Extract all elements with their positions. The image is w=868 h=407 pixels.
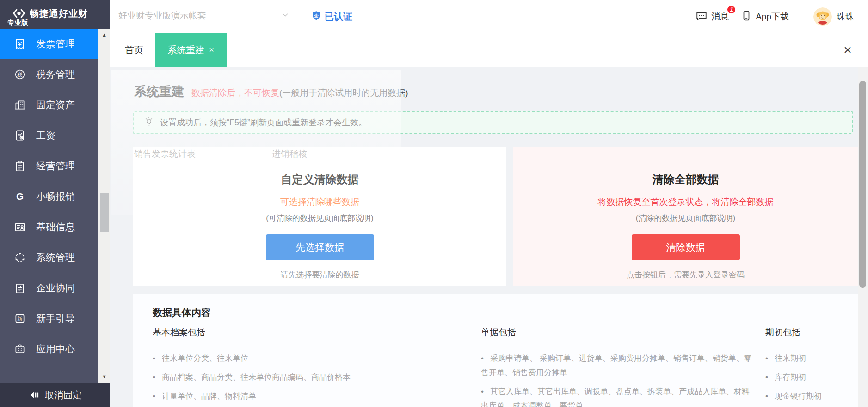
account-selector[interactable]: 好业财专业版演示帐套 [118, 2, 290, 30]
reimburse-icon: G [14, 191, 26, 203]
clear-all-card: 清除全部数据 将数据恢复至首次登录状态，将清除全部数据 (清除的数据见页面底部说… [513, 147, 858, 286]
sidebar-nav: 发票管理 税 税务管理 固定资产 [0, 29, 110, 364]
list-item: 商品档案、商品分类、往来单位商品编码、商品价格本 [153, 370, 467, 384]
messages-label: 消息 [711, 11, 729, 23]
shield-icon: 企 [311, 10, 322, 24]
chevron-down-icon [280, 10, 290, 22]
custom-clear-subtitle: 可选择清除哪些数据 [133, 196, 506, 208]
account-selector-value: 好业财专业版演示帐套 [118, 10, 206, 22]
tab-strip: 首页 系统重建 × × [110, 33, 868, 67]
sidebar: 畅捷通好业财 专业版 发票管理 税 税务管理 [0, 0, 110, 407]
sidebar-item-label: 发票管理 [36, 37, 75, 50]
tab-home[interactable]: 首页 [110, 33, 158, 67]
unpin-button[interactable]: 取消固定 [0, 383, 110, 407]
sidebar-item-label: 新手引导 [36, 312, 75, 325]
select-data-button[interactable]: 先选择数据 [266, 234, 374, 260]
column-heading: 期初包括 [765, 327, 846, 339]
sidebar-item-label: 企业协同 [36, 282, 75, 295]
sidebar-item-basic-info[interactable]: 基础信息 [0, 212, 110, 242]
svg-text:企: 企 [314, 13, 319, 18]
phone-icon [741, 10, 752, 24]
brand-edition: 专业版 [7, 18, 28, 27]
sidebar-item-tax[interactable]: 税 税务管理 [0, 59, 110, 90]
app-download-label: App下载 [756, 11, 789, 23]
app-center-icon [14, 343, 26, 355]
tax-icon: 税 [14, 68, 26, 80]
tab-label: 系统重建 [167, 44, 204, 56]
sidebar-item-invoice[interactable]: 发票管理 [0, 29, 99, 59]
column-heading: 基本档案包括 [153, 327, 467, 339]
svg-text:G: G [16, 191, 24, 202]
sidebar-item-label: 系统管理 [36, 251, 75, 264]
username: 珠珠 [837, 11, 854, 23]
list-item: 现金银行期初 [765, 389, 846, 403]
unpin-label: 取消固定 [45, 389, 82, 401]
lightbulb-icon [143, 116, 154, 130]
data-details-card: 数据具体内容 基本档案包括 往来单位分类、往来单位 商品档案、商品分类、往来单位… [133, 294, 858, 407]
details-column-archives: 基本档案包括 往来单位分类、往来单位 商品档案、商品分类、往来单位商品编码、商品… [153, 327, 467, 407]
tab-system-rebuild[interactable]: 系统重建 × [155, 33, 227, 67]
avatar [813, 7, 832, 26]
verified-badge: 企 已认证 [311, 0, 352, 33]
brand-name: 畅捷通好业财 [30, 7, 88, 20]
list-item: 往来期初 [765, 351, 846, 365]
topbar-actions: 消息 1 App下载 [696, 0, 854, 33]
sidebar-item-system[interactable]: 系统管理 [0, 242, 110, 273]
operations-icon [14, 160, 26, 172]
collaboration-icon [14, 282, 26, 294]
sidebar-item-operations[interactable]: 经营管理 [0, 151, 110, 181]
scroll-down-icon[interactable]: ▼ [98, 374, 110, 379]
sidebar-item-label: 基础信息 [36, 221, 75, 234]
sidebar-item-fixed-assets[interactable]: 固定资产 [0, 90, 110, 120]
notice-banner: 设置成功后，须按“F5键”刷新页面或重新登录才会生效。 [133, 111, 853, 134]
basic-info-icon [14, 221, 26, 233]
details-column-opening: 期初包括 往来期初 库存期初 现金银行期初 科目期初 [765, 327, 846, 407]
list-item: 计量单位、品牌、物料清单 [153, 389, 467, 403]
app-window: 畅捷通好业财 专业版 发票管理 税 税务管理 [0, 0, 868, 407]
custom-clear-note: (可清除的数据见页面底部说明) [133, 213, 506, 223]
sidebar-item-collaboration[interactable]: 企业协同 [0, 273, 110, 303]
salary-icon [14, 130, 26, 142]
content-scrollbar-thumb[interactable] [859, 81, 866, 288]
verified-label: 已认证 [325, 11, 352, 23]
content-scrollbar[interactable] [858, 67, 868, 407]
topbar: 好业财专业版演示帐套 企 已认证 消息 1 [110, 0, 868, 33]
clear-all-caption: 点击按钮后，需要先录入登录密码 [513, 270, 858, 280]
notice-text: 设置成功后，须按“F5键”刷新页面或重新登录才会生效。 [160, 117, 367, 128]
user-menu[interactable]: 珠珠 [813, 7, 854, 26]
list-item: 其它入库单、其它出库单、调拨单、盘点单、拆装单、产成品入库单、材料出库单、成本调… [481, 384, 754, 407]
newbie-guide-icon: 新 [14, 313, 26, 325]
warning-note: (一般用于清除试用时的无用数据) [279, 87, 408, 99]
list-item: 往来单位分类、往来单位 [153, 351, 467, 365]
sidebar-scrollbar-thumb[interactable] [100, 193, 109, 232]
sidebar-item-label: 工资 [36, 129, 55, 142]
brand-header: 畅捷通好业财 专业版 [0, 0, 110, 29]
unpin-icon [28, 389, 40, 401]
clear-all-title: 清除全部数据 [513, 172, 858, 187]
chat-bubble-icon [696, 10, 708, 24]
svg-text:新: 新 [18, 316, 23, 321]
clear-data-button[interactable]: 清除数据 [632, 234, 740, 260]
sidebar-item-newbie-guide[interactable]: 新 新手引导 [0, 303, 110, 334]
list-item: 库存期初 [765, 370, 846, 384]
sidebar-item-reimburse[interactable]: G 小畅报销 [0, 181, 110, 212]
warning-text: 数据清除后，不可恢复 [191, 87, 279, 99]
scroll-up-icon[interactable]: ▲ [98, 32, 110, 37]
details-column-documents: 单据包括 采购申请单、 采购订单、进货单、采购费用分摊单、销售订单、销货单、零售… [481, 327, 754, 407]
app-download-button[interactable]: App下载 [741, 10, 789, 24]
sidebar-item-app-center[interactable]: 应用中心 [0, 334, 110, 364]
sidebar-item-label: 小畅报销 [36, 190, 75, 203]
invoice-icon [14, 38, 26, 50]
tab-close-icon[interactable]: × [209, 45, 214, 55]
system-icon [14, 252, 26, 264]
column-heading: 单据包括 [481, 327, 754, 339]
svg-text:税: 税 [18, 72, 23, 77]
list-item: 采购申请单、 采购订单、进货单、采购费用分摊单、销售订单、销货单、零售开单、销售… [481, 351, 754, 380]
sidebar-item-salary[interactable]: 工资 [0, 120, 110, 151]
messages-button[interactable]: 消息 1 [696, 10, 729, 24]
close-page-button[interactable]: × [836, 33, 860, 67]
sidebar-scrollbar[interactable]: ▲ ▼ [98, 29, 110, 383]
custom-clear-caption: 请先选择要清除的数据 [133, 270, 506, 280]
divider [801, 11, 801, 23]
messages-count-badge: 1 [726, 5, 736, 14]
